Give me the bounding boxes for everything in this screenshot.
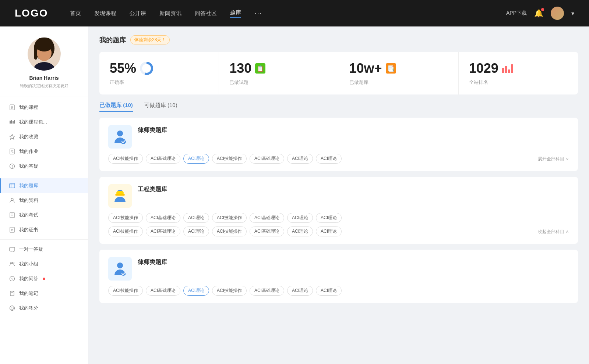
tag-2-2[interactable]: ACI基础理论 xyxy=(146,213,180,223)
sidebar-label-group: 我的小组 xyxy=(19,261,38,267)
group-icon xyxy=(9,261,15,267)
sidebar-item-cert[interactable]: 我的证书 xyxy=(0,222,88,237)
tag-2-5[interactable]: ACI基础理论 xyxy=(250,213,284,223)
notification-bell[interactable]: 🔔 xyxy=(534,9,543,18)
tag-3-3[interactable]: ACI理论 xyxy=(183,286,209,296)
sidebar-item-group[interactable]: 我的小组 xyxy=(0,257,88,271)
nav-item-news[interactable]: 新闻资讯 xyxy=(159,10,181,17)
nav-menu: 首页 发现课程 公开课 新闻资讯 问答社区 题库 ··· xyxy=(70,9,506,18)
tag-2-13[interactable]: ACI理论 xyxy=(287,226,313,236)
sidebar-item-profile[interactable]: 我的资料 xyxy=(0,193,88,208)
nav-item-qbank[interactable]: 题库 xyxy=(230,9,241,18)
collapse-link-2[interactable]: 收起全部科目 ∧ xyxy=(538,228,569,234)
sidebar-label-tutor: 一对一答疑 xyxy=(19,246,43,253)
qbank-lawyer-icon xyxy=(108,125,132,149)
sidebar-label-qa: 我的答疑 xyxy=(19,163,38,169)
tag-3-5[interactable]: ACI基础理论 xyxy=(250,286,284,296)
svg-rect-12 xyxy=(13,121,14,124)
points-icon xyxy=(9,305,15,311)
svg-rect-4 xyxy=(34,49,37,60)
tag-1-2[interactable]: ACI基础理论 xyxy=(146,154,180,164)
tag-2-1[interactable]: ACI技能操作 xyxy=(108,213,143,223)
sidebar-item-favorites[interactable]: 我的收藏 xyxy=(0,129,88,144)
svg-rect-20 xyxy=(10,183,15,188)
svg-rect-15 xyxy=(10,149,14,154)
sidebar-item-points[interactable]: 我的积分 xyxy=(0,301,88,315)
tag-2-11[interactable]: ACI技能操作 xyxy=(212,226,247,236)
sidebar-item-homework[interactable]: 我的作业 xyxy=(0,144,88,159)
tag-1-1[interactable]: ACI技能操作 xyxy=(108,154,143,164)
svg-point-36 xyxy=(11,307,14,310)
tag-1-3[interactable]: ACI理论 xyxy=(183,154,209,164)
tag-2-9[interactable]: ACI基础理论 xyxy=(146,226,180,236)
tag-2-12[interactable]: ACI基础理论 xyxy=(250,226,284,236)
tag-3-1[interactable]: ACI技能操作 xyxy=(108,286,143,296)
coursepack-icon xyxy=(9,119,15,125)
qbank-card-1: 律师类题库 ACI技能操作 ACI基础理论 ACI理论 ACI技能操作 ACI基… xyxy=(99,118,578,171)
tab-available[interactable]: 可做题库 (10) xyxy=(144,102,177,112)
tag-1-4[interactable]: ACI技能操作 xyxy=(212,154,247,164)
nav-item-discover[interactable]: 发现课程 xyxy=(94,10,116,17)
tag-2-14[interactable]: ACI理论 xyxy=(316,226,342,236)
nav-more[interactable]: ··· xyxy=(254,10,262,17)
sidebar-item-notes[interactable]: 我的笔记 xyxy=(0,286,88,301)
tabs-row: 已做题库 (10) 可做题库 (10) xyxy=(99,102,578,112)
stat-questions: 130 📋 已做试题 xyxy=(219,52,339,94)
nav-item-home[interactable]: 首页 xyxy=(70,10,81,17)
tag-1-6[interactable]: ACI理论 xyxy=(287,154,313,164)
svg-point-31 xyxy=(13,262,14,264)
sidebar-item-tutor[interactable]: 一对一答疑 xyxy=(0,242,88,257)
page-title: 我的题库 xyxy=(99,36,126,44)
stat-value-questions: 130 xyxy=(229,61,251,76)
sidebar-item-qbank[interactable]: 我的题库 xyxy=(0,178,88,193)
tag-1-7[interactable]: ACI理论 xyxy=(316,154,342,164)
tag-2-6[interactable]: ACI理论 xyxy=(287,213,313,223)
profile-avatar xyxy=(28,38,61,71)
tag-1-5[interactable]: ACI基础理论 xyxy=(250,154,284,164)
sidebar-label-coursepack: 我的课程包... xyxy=(19,119,47,125)
stats-row: 55% 正确率 130 📋 已做试题 10w+ 📑 已做题库 xyxy=(99,52,578,94)
profile-motto: 错误的决定比没有决定要好 xyxy=(20,83,68,89)
sidebar-item-qa[interactable]: ? 我的答疑 xyxy=(0,159,88,174)
sidebar-item-coursepack[interactable]: 我的课程包... xyxy=(0,115,88,129)
tag-2-4[interactable]: ACI技能操作 xyxy=(212,213,247,223)
tab-done[interactable]: 已做题库 (10) xyxy=(99,102,133,112)
sidebar-item-exam[interactable]: 我的考试 xyxy=(0,208,88,222)
stat-label-qbanks: 已做题库 xyxy=(349,79,448,86)
avatar[interactable] xyxy=(551,7,564,20)
sidebar-label-qbank: 我的题库 xyxy=(19,182,38,189)
nav-item-qa[interactable]: 问答社区 xyxy=(195,10,217,17)
tag-2-10[interactable]: ACI理论 xyxy=(183,226,209,236)
sidebar: Brian Harris 错误的决定比没有决定要好 我的课程 我的课程包... xyxy=(0,26,88,364)
nav-item-opencourse[interactable]: 公开课 xyxy=(130,10,146,17)
sidebar-item-courses[interactable]: 我的课程 xyxy=(0,100,88,115)
navbar-right: APP下载 🔔 ▾ xyxy=(506,7,574,20)
tag-3-2[interactable]: ACI基础理论 xyxy=(146,286,180,296)
stat-label-rank: 全站排名 xyxy=(469,79,568,86)
tag-3-4[interactable]: ACI技能操作 xyxy=(212,286,247,296)
app-download-button[interactable]: APP下载 xyxy=(506,10,527,17)
qbank-engineer-icon xyxy=(108,184,132,208)
sidebar-label-exam: 我的考试 xyxy=(19,212,38,218)
tag-3-6[interactable]: ACI理论 xyxy=(287,286,313,296)
tag-2-3[interactable]: ACI理论 xyxy=(183,213,209,223)
profile-name: Brian Harris xyxy=(29,75,59,81)
stat-value-accuracy: 55% xyxy=(110,61,136,76)
sidebar-label-cert: 我的证书 xyxy=(19,226,38,233)
sidebar-label-profile: 我的资料 xyxy=(19,197,38,204)
avatar-dropdown-icon[interactable]: ▾ xyxy=(571,10,574,17)
tag-2-7[interactable]: ACI理论 xyxy=(316,213,342,223)
courses-icon xyxy=(9,104,15,111)
page-header: 我的题库 体验剩余23天！ xyxy=(99,35,578,44)
tutor-icon xyxy=(9,246,15,253)
expand-link-1[interactable]: 展开全部科目 ∨ xyxy=(538,155,569,161)
tag-2-8[interactable]: ACI技能操作 xyxy=(108,226,143,236)
tag-3-7[interactable]: ACI理论 xyxy=(316,286,342,296)
homework-icon xyxy=(9,148,15,155)
stat-value-qbanks: 10w+ xyxy=(349,61,382,76)
myqa-icon: ? xyxy=(9,275,15,282)
svg-point-28 xyxy=(11,229,13,231)
stat-accuracy: 55% 正确率 xyxy=(99,52,219,94)
sidebar-item-myqa[interactable]: ? 我的问答 xyxy=(0,271,88,286)
sidebar-label-favorites: 我的收藏 xyxy=(19,133,38,140)
